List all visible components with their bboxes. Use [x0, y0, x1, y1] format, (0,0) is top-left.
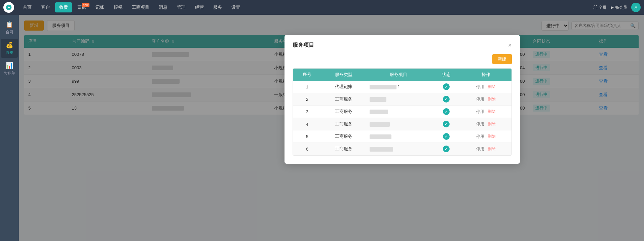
- fee-icon: 💰: [6, 41, 13, 49]
- delete-button[interactable]: 删除: [488, 122, 496, 126]
- sidebar: 📋 合同 💰 收费 📊 对账单: [0, 15, 19, 241]
- nav-items: 首页 客户 收费 票据 new 记账 报税 工商项目 消息 管理 经营 服务 设…: [19, 2, 593, 12]
- modal-col-status: 状态: [432, 69, 461, 81]
- status-check-icon: ✓: [443, 108, 450, 115]
- nav-service[interactable]: 服务: [209, 2, 226, 12]
- nav-manage[interactable]: 管理: [173, 2, 190, 12]
- modal-cell-seq: 6: [293, 143, 322, 155]
- fullscreen-btn[interactable]: ⛶ 全屏: [593, 5, 607, 10]
- modal-cell-seq: 5: [293, 130, 322, 143]
- service-modal: 服务项目 × 新建 序号 服务类型 服务项目 状态 操作: [285, 35, 520, 164]
- modal-close-button[interactable]: ×: [508, 42, 512, 48]
- sidebar-item-fee[interactable]: 💰 收费: [1, 39, 18, 58]
- modal-cell-item: [366, 155, 432, 156]
- modal-cell-status: ✓: [432, 155, 461, 156]
- disable-button[interactable]: 停用: [476, 109, 484, 114]
- nav-tax[interactable]: 报税: [110, 2, 126, 12]
- layout: 📋 合同 💰 收费 📊 对账单 新增 服务项目 进行中 已完成 已终止: [0, 15, 644, 241]
- nav-operation[interactable]: 经营: [191, 2, 208, 12]
- modal-cell-seq: 2: [293, 93, 322, 106]
- modal-cell-item: [366, 130, 432, 143]
- modal-cell-item: [366, 143, 432, 155]
- modal-cell-type: 工商服务: [321, 106, 366, 118]
- modal-cell-item: 1: [366, 81, 432, 93]
- delete-button[interactable]: 删除: [488, 97, 496, 102]
- modal-col-action: 操作: [461, 69, 512, 81]
- modal-cell-action: 停用 删除: [461, 143, 512, 155]
- modal-table-row: 2 工商服务 ✓ 停用 删除: [293, 93, 512, 106]
- new-badge: new: [82, 3, 89, 7]
- sidebar-item-reconcile[interactable]: 📊 对账单: [1, 59, 18, 78]
- modal-cell-seq: 4: [293, 118, 322, 130]
- sidebar-item-contract[interactable]: 📋 合同: [1, 18, 18, 37]
- delete-button[interactable]: 删除: [488, 134, 496, 139]
- modal-cell-status: ✓: [432, 143, 461, 155]
- nav-message[interactable]: 消息: [155, 2, 172, 12]
- modal-cell-status: ✓: [432, 106, 461, 118]
- nav-home[interactable]: 首页: [19, 2, 36, 12]
- status-check-icon: ✓: [443, 121, 450, 127]
- modal-cell-status: ✓: [432, 93, 461, 106]
- modal-cell-type: 工商服务: [321, 118, 366, 130]
- nav-business[interactable]: 工商项目: [128, 2, 153, 12]
- delete-button[interactable]: 删除: [488, 109, 496, 114]
- disable-button[interactable]: 停用: [476, 122, 484, 126]
- modal-cell-action: 停用 删除: [461, 118, 512, 130]
- modal-cell-seq: 3: [293, 106, 322, 118]
- modal-col-seq: 序号: [293, 69, 322, 81]
- modal-cell-type: 工商服务: [321, 93, 366, 106]
- fullscreen-icon: ⛶: [593, 5, 597, 10]
- modal-cell-seq: 7: [293, 155, 322, 156]
- modal-cell-action: 停用 删除: [461, 130, 512, 143]
- status-check-icon: ✓: [443, 133, 450, 140]
- modal-cell-status: ✓: [432, 130, 461, 143]
- modal-toolbar: 新建: [293, 54, 512, 64]
- modal-cell-action: 停用 删除: [461, 106, 512, 118]
- nav-settings[interactable]: 设置: [227, 2, 244, 12]
- disable-button[interactable]: 停用: [476, 147, 484, 151]
- modal-cell-type: 工商服务: [321, 155, 366, 156]
- modal-col-type: 服务类型: [321, 69, 366, 81]
- modal-header: 服务项目 ×: [293, 42, 512, 49]
- nav-right: ⛶ 全屏 ▶ 畅会员 A: [593, 3, 641, 12]
- play-icon: ▶: [611, 5, 614, 10]
- modal-table-row: 1 代理记账 1 ✓ 停用 删除: [293, 81, 512, 93]
- member-btn[interactable]: ▶ 畅会员: [611, 5, 627, 10]
- nav-fee[interactable]: 收费: [55, 2, 72, 12]
- modal-table-row: 6 工商服务 ✓ 停用 删除: [293, 143, 512, 155]
- modal-cell-action: 停用 删除: [461, 81, 512, 93]
- reconcile-icon: 📊: [6, 62, 13, 69]
- modal-table-row: 7 工商服务 ✓ 停用 删除: [293, 155, 512, 156]
- nav-customer[interactable]: 客户: [37, 2, 54, 12]
- avatar[interactable]: A: [631, 3, 641, 12]
- modal-new-button[interactable]: 新建: [492, 54, 512, 64]
- nav-ticket[interactable]: 票据 new: [73, 2, 90, 12]
- delete-button[interactable]: 删除: [488, 84, 496, 89]
- modal-cell-item: [366, 106, 432, 118]
- modal-cell-action: 停用 删除: [461, 93, 512, 106]
- modal-table-row: 4 工商服务 ✓ 停用 删除: [293, 118, 512, 130]
- modal-cell-item: [366, 93, 432, 106]
- modal-cell-type: 工商服务: [321, 143, 366, 155]
- modal-col-item: 服务项目: [366, 69, 432, 81]
- disable-button[interactable]: 停用: [476, 134, 484, 139]
- modal-cell-item: [366, 118, 432, 130]
- status-check-icon: ✓: [443, 146, 450, 152]
- service-table: 序号 服务类型 服务项目 状态 操作 1 代理记账 1 ✓ 停用 删除 2: [293, 69, 512, 156]
- disable-button[interactable]: 停用: [476, 84, 484, 89]
- contract-icon: 📋: [6, 21, 13, 28]
- main-content: 新增 服务项目 进行中 已完成 已终止 🔍 序号 合同编码 ⇅: [19, 15, 644, 241]
- modal-cell-status: ✓: [432, 81, 461, 93]
- modal-table-row: 3 工商服务 ✓ 停用 删除: [293, 106, 512, 118]
- modal-cell-status: ✓: [432, 118, 461, 130]
- delete-button[interactable]: 删除: [488, 147, 496, 151]
- nav-account[interactable]: 记账: [91, 2, 108, 12]
- modal-title: 服务项目: [293, 42, 314, 49]
- logo: [3, 2, 14, 13]
- status-check-icon: ✓: [443, 83, 450, 90]
- disable-button[interactable]: 停用: [476, 97, 484, 102]
- modal-cell-seq: 1: [293, 81, 322, 93]
- top-nav: 首页 客户 收费 票据 new 记账 报税 工商项目 消息 管理 经营 服务 设…: [0, 0, 644, 15]
- modal-table-wrap: 序号 服务类型 服务项目 状态 操作 1 代理记账 1 ✓ 停用 删除 2: [293, 68, 512, 156]
- status-check-icon: ✓: [443, 96, 450, 103]
